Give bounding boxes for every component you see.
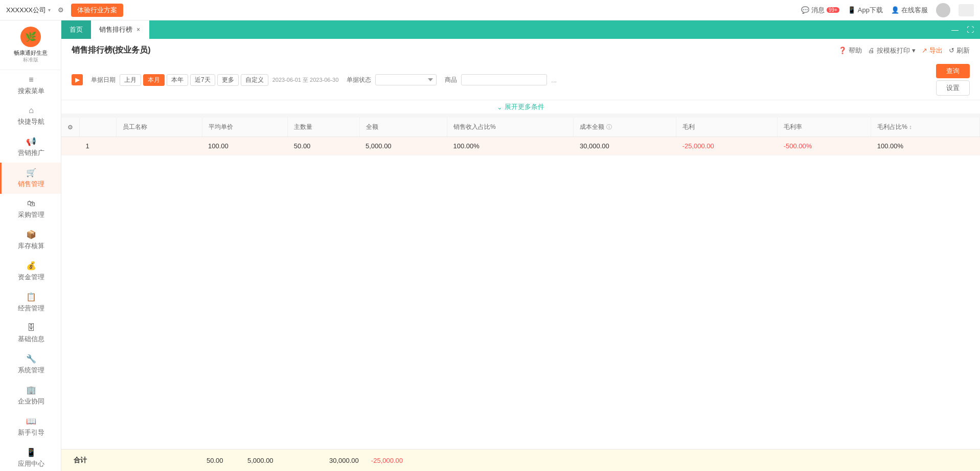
footer-profit: -25,000.00 bbox=[365, 455, 409, 466]
date-btn-7days[interactable]: 近7天 bbox=[190, 74, 215, 86]
tab-home[interactable]: 首页 bbox=[61, 20, 91, 39]
col-header-profit-rate: 毛利率 bbox=[778, 118, 871, 137]
app-icon: 📱 bbox=[848, 6, 856, 14]
sidebar-item-sales[interactable]: 🛒 销售管理 bbox=[0, 163, 61, 194]
date-btn-more[interactable]: 更多 bbox=[217, 74, 239, 86]
refresh-icon: ↺ bbox=[949, 47, 954, 54]
basic-info-icon: 🗄 bbox=[27, 323, 35, 332]
refresh-label: 刷新 bbox=[956, 46, 970, 55]
date-btn-custom[interactable]: 自定义 bbox=[241, 74, 268, 86]
date-btn-this-year[interactable]: 本年 bbox=[167, 74, 188, 86]
sidebar-item-operations[interactable]: 📋 经营管理 bbox=[0, 287, 61, 318]
operations-icon: 📋 bbox=[26, 292, 36, 302]
col-header-sales-pct: 销售收入占比% bbox=[447, 118, 573, 137]
footer-spacer-name bbox=[119, 458, 159, 462]
col-header-rank bbox=[80, 118, 117, 137]
sidebar-item-quick-nav[interactable]: ⌂ 快捷导航 bbox=[0, 101, 61, 131]
tab-minimize-icon[interactable]: — bbox=[949, 24, 961, 36]
trial-button[interactable]: 体验行业方案 bbox=[71, 4, 123, 17]
query-button[interactable]: 查询 bbox=[936, 64, 970, 78]
sidebar-item-label: 企业协同 bbox=[18, 397, 44, 406]
top-settings-icon[interactable]: ⚙ bbox=[55, 4, 67, 16]
sidebar-item-enterprise[interactable]: 🏢 企业协同 bbox=[0, 380, 61, 411]
filter-toggle-icon: ▶ bbox=[75, 76, 80, 83]
tab-maximize-icon[interactable]: ⛶ bbox=[965, 24, 976, 36]
goods-input[interactable] bbox=[461, 74, 547, 85]
logo-name: 畅康通好生意 bbox=[14, 49, 48, 56]
sidebar-item-app-center[interactable]: 📱 应用中心 bbox=[0, 442, 61, 471]
sidebar-item-guide[interactable]: 📖 新手引导 bbox=[0, 411, 61, 442]
tab-sales-rank[interactable]: 销售排行榜 × bbox=[91, 20, 149, 39]
footer-spacer-pct bbox=[282, 458, 323, 462]
sidebar-item-basic-info[interactable]: 🗄 基础信息 bbox=[0, 318, 61, 349]
template-print-btn[interactable]: 🖨 按模板打印 ▾ bbox=[868, 46, 916, 55]
sidebar-item-label: 快捷导航 bbox=[18, 117, 44, 126]
sidebar-item-label: 经营管理 bbox=[18, 304, 44, 313]
tab-bar: 首页 销售排行榜 × — ⛶ bbox=[61, 20, 980, 39]
user-name-badge[interactable] bbox=[959, 4, 974, 16]
help-btn[interactable]: ❓ 帮助 bbox=[838, 46, 862, 55]
col-header-avg-price: 平均单价 bbox=[202, 118, 288, 137]
sidebar-item-system[interactable]: 🔧 系统管理 bbox=[0, 349, 61, 380]
sidebar-item-label: 系统管理 bbox=[18, 366, 44, 375]
table-footer: 合计 50.00 5,000.00 30,000.00 -25,000.00 bbox=[61, 449, 980, 471]
sidebar-item-finance[interactable]: 💰 资金管理 bbox=[0, 256, 61, 287]
footer-amount: 5,000.00 bbox=[241, 455, 282, 466]
help-label: 帮助 bbox=[849, 46, 862, 55]
date-range-text: 2023-06-01 至 2023-06-30 bbox=[272, 76, 339, 84]
col-header-name: 员工名称 bbox=[116, 118, 202, 137]
status-filter-group: 单据状态 bbox=[347, 74, 437, 85]
online-service-item[interactable]: 👤 在线客服 bbox=[891, 6, 928, 15]
refresh-btn[interactable]: ↺ 刷新 bbox=[949, 46, 970, 55]
sidebar-item-label: 资金管理 bbox=[18, 273, 44, 282]
company-name: XXXXXX公司 bbox=[6, 6, 46, 15]
col-header-profit-pct: 毛利占比% ↕ bbox=[871, 118, 980, 137]
cell-amount: 5,000.00 bbox=[359, 137, 447, 155]
cell-name bbox=[116, 137, 202, 155]
logo-icon: 🌿 bbox=[20, 27, 41, 47]
sidebar-item-label: 应用中心 bbox=[18, 459, 44, 468]
sidebar-item-label: 库存核算 bbox=[18, 241, 44, 251]
col-header-profit: 毛利 bbox=[676, 118, 778, 137]
table-row: 1 100.00 50.00 5,000.00 100.00% 30,000.0… bbox=[61, 137, 980, 155]
sidebar-item-label: 销售管理 bbox=[18, 180, 44, 189]
setting-button[interactable]: 设置 bbox=[936, 80, 970, 96]
sidebar-item-purchase[interactable]: 🛍 采购管理 bbox=[0, 194, 61, 225]
btn-group-right: 查询 设置 bbox=[936, 64, 970, 96]
filter-toggle-btn[interactable]: ▶ bbox=[72, 74, 83, 85]
help-icon: ❓ bbox=[838, 47, 847, 54]
date-btn-this-month[interactable]: 本月 bbox=[143, 74, 165, 86]
status-select[interactable] bbox=[375, 74, 437, 85]
message-item[interactable]: 💬 消息 99+ bbox=[801, 6, 839, 15]
date-label: 单据日期 bbox=[91, 76, 116, 84]
export-btn[interactable]: ↗ 导出 bbox=[922, 46, 943, 55]
cell-profit-pct: 100.00% bbox=[871, 137, 980, 155]
sidebar-item-marketing[interactable]: 📢 营销推广 bbox=[0, 131, 61, 163]
cell-profit: -25,000.00 bbox=[676, 137, 778, 155]
profit-pct-info-icon: ↕ bbox=[909, 124, 912, 130]
search-menu-icon: ≡ bbox=[29, 75, 33, 84]
expand-more-btn[interactable]: ⌄ 展开更多条件 bbox=[497, 102, 544, 111]
tab-close-icon[interactable]: × bbox=[135, 26, 141, 33]
sidebar-item-inventory[interactable]: 📦 库存核算 bbox=[0, 225, 61, 256]
col-header-cost: 成本全额 ⓘ bbox=[574, 118, 676, 137]
goods-label: 商品 bbox=[445, 76, 457, 84]
enterprise-icon: 🏢 bbox=[26, 385, 36, 395]
system-icon: 🔧 bbox=[26, 354, 36, 364]
app-center-icon: 📱 bbox=[26, 447, 36, 457]
col-header-settings[interactable]: ⚙ bbox=[61, 118, 80, 137]
top-bar: XXXXXX公司 ▾ ⚙ 体验行业方案 💬 消息 99+ 📱 App下载 👤 在… bbox=[0, 0, 980, 20]
filter-ellipsis[interactable]: ... bbox=[551, 76, 557, 84]
company-selector[interactable]: XXXXXX公司 ▾ bbox=[6, 6, 51, 15]
sidebar-item-label: 新手引导 bbox=[18, 428, 44, 437]
cell-settings bbox=[61, 137, 80, 155]
cell-avg-price: 100.00 bbox=[202, 137, 288, 155]
export-label: 导出 bbox=[929, 46, 943, 55]
col-header-amount: 全额 bbox=[359, 118, 447, 137]
cell-sales-pct: 100.00% bbox=[447, 137, 573, 155]
date-btn-last-month[interactable]: 上月 bbox=[120, 74, 141, 86]
app-download-item[interactable]: 📱 App下载 bbox=[848, 6, 883, 15]
sidebar-item-search[interactable]: ≡ 搜索菜单 bbox=[0, 70, 61, 101]
avatar[interactable] bbox=[936, 3, 950, 17]
date-buttons: 上月 本月 本年 近7天 更多 自定义 bbox=[120, 74, 268, 86]
